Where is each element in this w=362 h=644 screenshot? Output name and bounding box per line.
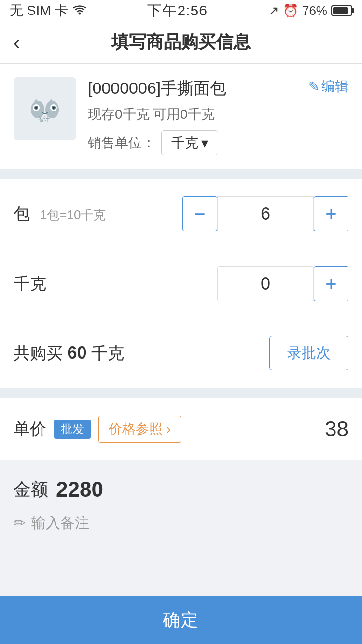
price-section: 单价 批发 价格参照 › 38 [0,398,362,460]
wifi-icon [73,3,86,18]
price-ref-button[interactable]: 价格参照 › [98,416,181,443]
kg-quantity-input[interactable] [217,266,314,301]
note-placeholder: 输入备注 [31,513,89,533]
confirm-text: 确定 [163,608,199,632]
product-image: 智计 [14,77,76,140]
svg-point-0 [79,13,81,15]
kg-controls: + [217,266,348,301]
kg-plus-button[interactable]: + [314,266,348,301]
page-title: 填写商品购买信息 [111,30,251,54]
svg-text:智计: 智计 [38,116,50,123]
kg-label: 千克 [14,274,46,293]
bag-label: 包 [14,204,30,223]
total-section: 共购买 60 千克 录批次 [0,319,362,388]
product-unit-row: 销售单位： 千克 ▾ [88,130,348,155]
batch-button[interactable]: 录批次 [269,336,348,370]
section-divider-2 [0,388,362,398]
amount-value: 2280 [56,477,103,502]
confirm-bar[interactable]: 确定 [0,596,362,644]
product-stock: 现存0千克 可用0千克 [88,105,348,124]
price-tag: 批发 [54,420,91,439]
bag-quantity-row: 包 1包=10千克 − + [14,179,348,249]
bag-hint: 1包=10千克 [40,208,106,222]
battery-icon [331,5,352,16]
bag-plus-button[interactable]: + [314,196,348,231]
bag-quantity-input[interactable] [217,196,314,231]
svg-point-8 [53,107,55,109]
bag-label-group: 包 1包=10千克 [14,203,106,225]
unit-label: 销售单位： [88,134,155,152]
bag-controls: − + [182,196,348,231]
back-button[interactable]: ‹ [14,33,20,52]
section-divider-1 [0,169,362,179]
status-left: 无 SIM 卡 [10,1,86,20]
amount-row: 金额 2280 [14,477,348,502]
location-icon: ↗ [268,3,279,18]
kg-label-group: 千克 [14,273,46,295]
carrier-label: 无 SIM 卡 [10,1,68,20]
status-time: 下午2:56 [147,1,207,21]
product-name-row: [0000006]手撕面包 ✎ 编辑 [88,77,348,99]
alarm-icon: ⏰ [283,3,298,18]
amount-label: 金额 [14,478,48,502]
product-info: [0000006]手撕面包 ✎ 编辑 现存0千克 可用0千克 销售单位： 千克 … [88,77,348,155]
amount-section: 金额 2280 ✏ 输入备注 [0,460,362,595]
status-bar: 无 SIM 卡 下午2:56 ↗ ⏰ 76% [0,0,362,21]
battery-percent: 76% [302,3,327,18]
svg-point-7 [35,107,37,109]
unit-select[interactable]: 千克 ▾ [161,130,218,155]
total-text: 共购买 60 千克 [14,342,124,364]
note-row[interactable]: ✏ 输入备注 [14,513,348,533]
nav-bar: ‹ 填写商品购买信息 [0,21,362,64]
product-card: 智计 [0000006]手撕面包 ✎ 编辑 现存0千克 可用0千克 销售单位： … [0,64,362,169]
note-icon: ✏ [14,515,26,532]
price-label-group: 单价 批发 价格参照 › [14,416,181,443]
product-name: [0000006]手撕面包 [88,77,226,99]
kg-quantity-row: 千克 + [14,249,348,319]
edit-button[interactable]: ✎ 编辑 [308,77,348,96]
quantity-section: 包 1包=10千克 − + 千克 + [0,179,362,319]
bag-minus-button[interactable]: − [182,196,217,231]
status-right: ↗ ⏰ 76% [268,3,352,18]
price-value: 38 [325,417,348,441]
price-label: 单价 [14,418,46,440]
